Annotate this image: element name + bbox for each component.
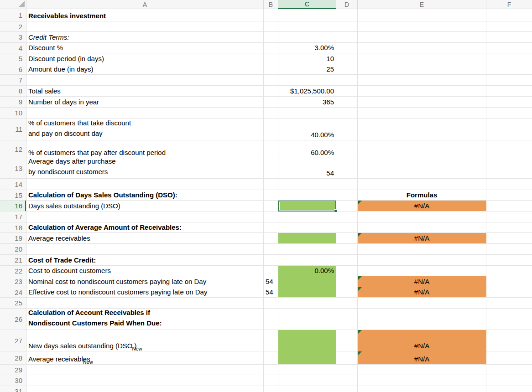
cell-D8[interactable]	[336, 86, 358, 97]
cell-B4[interactable]	[264, 43, 278, 53]
cell-E16[interactable]: #N/A	[358, 201, 486, 211]
cell-D1[interactable]	[336, 9, 358, 21]
cell-E27[interactable]: #N/A	[358, 330, 486, 351]
cell-D23[interactable]	[336, 276, 358, 287]
cell-F4[interactable]	[486, 43, 532, 53]
cell-E12[interactable]	[358, 140, 486, 158]
cell-A10[interactable]	[26, 108, 264, 119]
cell-D25[interactable]	[336, 298, 358, 309]
cell-D24[interactable]	[336, 287, 358, 298]
cell-E3[interactable]	[358, 32, 486, 43]
fill-handle[interactable]	[334, 209, 337, 212]
cell-E11[interactable]	[358, 119, 486, 140]
cell-F19[interactable]	[486, 233, 532, 244]
cell-F28[interactable]	[486, 351, 532, 365]
row-header-2[interactable]: 2	[0, 21, 26, 32]
cell-F21[interactable]	[486, 255, 532, 266]
cell-F14[interactable]	[486, 179, 532, 190]
cell-D22[interactable]	[336, 266, 358, 276]
cell-C11[interactable]: 40.00%	[278, 119, 336, 140]
cell-A19[interactable]: Average receivables	[26, 233, 264, 244]
cell-A23[interactable]: Nominal cost to nondiscount customers pa…	[26, 276, 264, 287]
cell-A3[interactable]: Credit Terms:	[26, 32, 264, 43]
cell-D2[interactable]	[336, 21, 358, 32]
cell-D5[interactable]	[336, 53, 358, 64]
cell-E10[interactable]	[358, 108, 486, 119]
cell-F3[interactable]	[486, 32, 532, 43]
cell-C23-input[interactable]	[278, 276, 336, 287]
cell-D12[interactable]	[336, 140, 358, 158]
row-header-31[interactable]: 31	[0, 386, 26, 392]
row-header-8[interactable]: 8	[0, 86, 26, 97]
cell-D27[interactable]	[336, 330, 358, 351]
cell-B28[interactable]	[264, 351, 278, 365]
cell-F12[interactable]	[486, 140, 532, 158]
cell-C24-input[interactable]	[278, 287, 336, 298]
row-header-28[interactable]: 28	[0, 351, 26, 365]
cell-E4[interactable]	[358, 43, 486, 53]
row-header-6[interactable]: 6	[0, 64, 26, 75]
row-header-14[interactable]: 14	[0, 179, 26, 190]
column-header-E[interactable]: E	[358, 0, 486, 9]
cell-A31[interactable]	[26, 386, 264, 392]
cell-A5[interactable]: Discount period (in days)	[26, 53, 264, 64]
cell-B2[interactable]	[264, 21, 278, 32]
row-header-9[interactable]: 9	[0, 97, 26, 108]
cell-D20[interactable]	[336, 244, 358, 255]
cell-B9[interactable]	[264, 97, 278, 108]
cell-C5[interactable]: 10	[278, 53, 336, 64]
cell-F23[interactable]	[486, 276, 532, 287]
cell-E17[interactable]	[358, 211, 486, 222]
cell-A9[interactable]: Number of days in year	[26, 97, 264, 108]
cell-A7[interactable]	[26, 75, 264, 86]
cell-A18[interactable]: Calculation of Average Amount of Receiva…	[26, 222, 264, 233]
cell-B10[interactable]	[264, 108, 278, 119]
cell-F31[interactable]	[486, 386, 532, 392]
row-header-5[interactable]: 5	[0, 53, 26, 64]
cell-E14[interactable]	[358, 179, 486, 190]
cell-A17[interactable]	[26, 211, 264, 222]
cell-F15[interactable]	[486, 190, 532, 201]
cell-B5[interactable]	[264, 53, 278, 64]
row-header-23[interactable]: 23	[0, 276, 26, 287]
cell-E18[interactable]	[358, 222, 486, 233]
row-header-4[interactable]: 4	[0, 43, 26, 53]
cell-F16[interactable]	[486, 201, 532, 211]
column-header-C-selected[interactable]: C	[278, 0, 336, 9]
cell-D7[interactable]	[336, 75, 358, 86]
cell-D9[interactable]	[336, 97, 358, 108]
cell-C7[interactable]	[278, 75, 336, 86]
cell-E8[interactable]	[358, 86, 486, 97]
column-header-A[interactable]: A	[26, 0, 264, 9]
cell-D16[interactable]	[336, 201, 358, 211]
cell-E2[interactable]	[358, 21, 486, 32]
cell-F22[interactable]	[486, 266, 532, 276]
cell-F20[interactable]	[486, 244, 532, 255]
column-header-F[interactable]: F	[486, 0, 532, 9]
row-header-1[interactable]: 1	[0, 9, 26, 21]
row-header-13[interactable]: 13	[0, 158, 26, 179]
cell-B18[interactable]	[264, 222, 278, 233]
cell-E13[interactable]	[358, 158, 486, 179]
cell-D14[interactable]	[336, 179, 358, 190]
cell-B6[interactable]	[264, 64, 278, 75]
cell-D6[interactable]	[336, 64, 358, 75]
row-header-15[interactable]: 15	[0, 190, 26, 201]
cell-A29[interactable]	[26, 365, 264, 375]
cell-C25[interactable]	[278, 298, 336, 309]
row-header-20[interactable]: 20	[0, 244, 26, 255]
cell-B19[interactable]	[264, 233, 278, 244]
cell-C16-active-cell[interactable]	[278, 201, 336, 211]
row-header-19[interactable]: 19	[0, 233, 26, 244]
cell-C19-input[interactable]	[278, 233, 336, 244]
cell-F13[interactable]	[486, 158, 532, 179]
cell-E9[interactable]	[358, 97, 486, 108]
cell-D15[interactable]	[336, 190, 358, 201]
cell-E28[interactable]: #N/A	[358, 351, 486, 365]
cell-C13[interactable]: 54	[278, 158, 336, 179]
cell-C6[interactable]: 25	[278, 64, 336, 75]
cell-E31[interactable]	[358, 386, 486, 392]
cell-C4[interactable]: 3.00%	[278, 43, 336, 53]
cell-F24[interactable]	[486, 287, 532, 298]
cell-B13[interactable]	[264, 158, 278, 179]
